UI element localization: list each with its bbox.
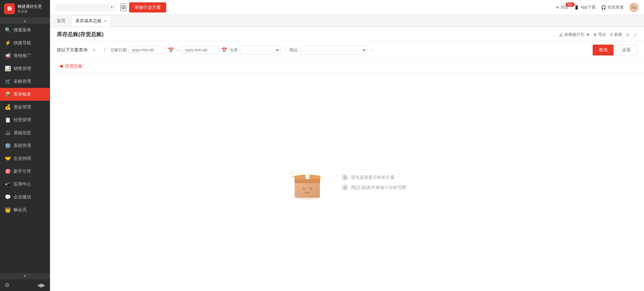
goods-more-btn[interactable]: ··· xyxy=(369,47,374,53)
sidebar-item-inventory[interactable]: 📦 库存核算 xyxy=(0,88,50,101)
goods-filter: 商品 ··· xyxy=(290,46,374,54)
message-btn[interactable]: ✉ 消息 99+ xyxy=(556,4,569,10)
refresh-icon: ↺ xyxy=(610,32,613,37)
sidebar-item-enterprise[interactable]: 🤝 企业协同 xyxy=(0,152,50,165)
user-avatar[interactable]: Rit xyxy=(629,3,639,12)
tab-inventory-ledger[interactable]: 库存成本总账 ✕ xyxy=(71,16,111,26)
sidebar: 畅 畅捷通好生意 标准版 ▲ 🔍 搜索菜单 ⚡ 快捷导航 📢 营销推广 📊 销售… xyxy=(0,0,50,291)
sidebar-item-member[interactable]: 👑 畅会员 xyxy=(0,203,50,216)
sidebar-item-label: 应用中心 xyxy=(14,181,31,187)
close-panel-btn[interactable]: ✕ xyxy=(626,32,630,38)
sidebar-item-newbie[interactable]: 🎯 新手引导 xyxy=(0,165,50,178)
topbar-search-input[interactable] xyxy=(58,5,109,10)
print-template-btn[interactable]: 🖨 按模板打印 ▼ xyxy=(559,32,590,38)
expand-panel-btn[interactable]: ⤢ xyxy=(633,32,637,38)
chevron-down-icon[interactable]: ▼ xyxy=(110,5,114,9)
sidebar-item-system[interactable]: ⚙️ 系统管理 xyxy=(0,139,50,152)
add-filter-btn[interactable]: ＋ xyxy=(92,47,97,54)
flash-icon: ⚡ xyxy=(5,40,11,46)
date-start-input[interactable] xyxy=(129,46,166,54)
sidebar-item-label: 畅会员 xyxy=(14,207,27,213)
date-end-input[interactable] xyxy=(182,46,219,54)
topbar: ▼ ⚙ 体验行业方案 ✉ 消息 99+ 📱 App下载 🎧 在线客服 Rit xyxy=(50,0,644,15)
sidebar-footer: ⚙ ◀▶ xyxy=(0,279,50,291)
sidebar-item-sales[interactable]: 📊 销售管理 xyxy=(0,62,50,75)
sidebar-item-label: 企业协同 xyxy=(14,155,31,162)
warehouse-select[interactable] xyxy=(240,46,280,54)
sidebar-scroll-up[interactable]: ▲ xyxy=(0,18,50,24)
appstore-icon: 📲 xyxy=(5,181,11,187)
logo-text: 畅捷通好生意 标准版 xyxy=(18,4,42,14)
gear-icon[interactable]: ⚙ xyxy=(120,3,126,11)
refresh-btn[interactable]: ↺ 刷新 xyxy=(610,32,622,38)
hint-text-2: 用[过滤]条件来缩小分析范围 xyxy=(351,185,406,191)
hint-text-1: 请先选择要分析的方案 xyxy=(351,174,395,180)
sidebar-item-label: 新手引导 xyxy=(14,168,31,174)
scheme-dot-icon xyxy=(60,65,63,68)
calendar-end-icon[interactable]: 📅 xyxy=(221,47,227,53)
box-svg-illustration xyxy=(288,162,328,203)
sidebar-item-label: 快捷导航 xyxy=(14,40,31,46)
goods-label: 商品 xyxy=(290,47,298,53)
app-download-btn[interactable]: 📱 App下载 xyxy=(574,4,596,10)
sidebar-item-label: 资金管理 xyxy=(14,104,31,110)
online-support-btn[interactable]: 🎧 在线客服 xyxy=(601,4,624,10)
printer-icon: 🖨 xyxy=(559,32,563,37)
hint-number-2: 2 xyxy=(342,185,348,191)
svg-line-8 xyxy=(291,171,294,172)
hint-item-1: 1 请先选择要分析的方案 xyxy=(342,174,406,180)
date-label: 记账日期 xyxy=(110,47,127,53)
industry-btn[interactable]: 体验行业方案 xyxy=(129,2,166,13)
goods-select[interactable] xyxy=(300,46,367,54)
filter-row: 记账日期 📅 — 📅 仓库 ··· 商品 ··· xyxy=(110,46,589,54)
warehouse-more-btn[interactable]: ··· xyxy=(282,47,287,53)
sidebar-item-label: 基础信息 xyxy=(14,130,31,136)
collapse-filter-btn[interactable]: 《 xyxy=(101,47,106,54)
finance-icon: 💰 xyxy=(5,104,11,110)
settings-footer-btn[interactable]: ⚙ xyxy=(5,282,9,288)
sidebar-nav: 🔍 搜索菜单 ⚡ 快捷导航 📢 营销推广 📊 销售管理 🛒 采购管理 📦 库存核… xyxy=(0,24,50,273)
inventory-icon: 📦 xyxy=(5,91,11,97)
sidebar-item-label: 营销推广 xyxy=(14,53,31,59)
topbar-search-area: ▼ xyxy=(55,4,116,11)
empty-state: 1 请先选择要分析的方案 2 用[过滤]条件来缩小分析范围 xyxy=(288,162,406,203)
tabbar: 首页 库存成本总账 ✕ xyxy=(50,15,644,27)
sidebar-collapse-btn[interactable]: ◀▶ xyxy=(37,282,45,288)
query-btn[interactable]: 查询 xyxy=(593,45,614,55)
warehouse-label: 仓库 xyxy=(230,47,238,53)
basic-icon: 🗂 xyxy=(5,130,11,136)
sidebar-item-appstore[interactable]: 📲 应用中心 xyxy=(0,178,50,191)
tab-home[interactable]: 首页 xyxy=(53,16,70,26)
message-icon: ✉ xyxy=(556,5,559,10)
enterprise-icon: 🤝 xyxy=(5,155,11,162)
sidebar-item-label: 系统管理 xyxy=(14,143,31,149)
sidebar-item-label: 库存核算 xyxy=(14,91,31,97)
sidebar-item-wechat[interactable]: 💬 企业微信 xyxy=(0,191,50,203)
sidebar-scroll-down[interactable]: ▼ xyxy=(0,273,50,279)
close-tab-icon[interactable]: ✕ xyxy=(104,19,107,23)
member-icon: 👑 xyxy=(5,207,11,213)
sidebar-item-label: 销售管理 xyxy=(14,66,31,72)
scheme-item-inventory[interactable]: 存货总账 xyxy=(57,62,86,71)
calendar-start-icon[interactable]: 📅 xyxy=(168,47,174,53)
sidebar-item-search[interactable]: 🔍 搜索菜单 xyxy=(0,24,50,37)
sidebar-item-purchase[interactable]: 🛒 采购管理 xyxy=(0,75,50,88)
settings-btn[interactable]: 设置 xyxy=(616,45,637,55)
chevron-down-icon: ▼ xyxy=(586,32,590,37)
svg-point-7 xyxy=(309,187,312,190)
sidebar-item-marketing[interactable]: 📢 营销推广 xyxy=(0,49,50,62)
page-title: 库存总账(存货总账) xyxy=(57,31,104,38)
tab-home-label: 首页 xyxy=(57,18,66,24)
wechat-icon: 💬 xyxy=(5,194,11,200)
sidebar-item-basic[interactable]: 🗂 基础信息 xyxy=(0,126,50,139)
sidebar-item-finance[interactable]: 💰 资金管理 xyxy=(0,101,50,114)
svg-point-6 xyxy=(302,187,305,190)
export-btn[interactable]: ⬆ 导出 xyxy=(593,32,606,38)
tab-inventory-ledger-label: 库存成本总账 xyxy=(75,18,102,24)
operation-icon: 📋 xyxy=(5,117,11,123)
content-area: 1 请先选择要分析的方案 2 用[过滤]条件来缩小分析范围 xyxy=(50,74,644,291)
sidebar-item-shortcut[interactable]: ⚡ 快捷导航 xyxy=(0,37,50,49)
phone-icon: 📱 xyxy=(574,5,579,10)
filter-area: 按以下方案查询 ＋ 《 记账日期 📅 — 📅 仓库 ··· 商品 xyxy=(50,41,644,59)
sidebar-item-operation[interactable]: 📋 经营管理 xyxy=(0,114,50,126)
